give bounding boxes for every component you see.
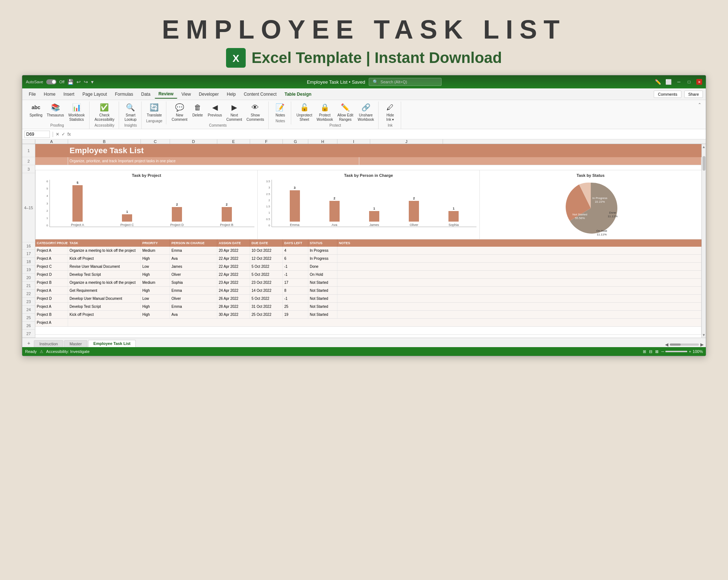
autosave-toggle[interactable] [46,79,56,84]
menu-file[interactable]: File [25,90,39,98]
check-accessibility-button[interactable]: ✅ CheckAccessibility [93,102,116,123]
scroll-up-button[interactable]: ▲ [702,145,706,149]
formula-input[interactable] [73,132,704,137]
zoom-slider[interactable] [665,351,687,352]
subtitle-text: Excel Template | Instant Download [252,49,502,67]
pen-icon[interactable]: ✏️ [655,79,661,85]
hide-ink-button[interactable]: 🖊 HideInk ▾ [383,102,397,123]
excel-window: AutoSave Off 💾 ↩ ↪ ▾ Employee Task List … [22,75,706,356]
cancel-formula-icon[interactable]: ✕ [56,132,59,137]
confirm-formula-icon[interactable]: ✓ [62,132,65,137]
menu-developer[interactable]: Developer [195,90,222,98]
page-layout-view-icon[interactable]: ⊟ [649,349,652,354]
page-break-view-icon[interactable]: ⊠ [655,349,658,354]
translate-button[interactable]: 🔄 Translate [145,102,163,118]
horizontal-scrollbar[interactable] [670,343,699,346]
bar-project-a: 5 Project A [71,181,84,227]
share-button[interactable]: Share [684,91,703,98]
zoom-out-button[interactable]: ─ [661,349,664,354]
insert-function-icon[interactable]: fx [67,132,71,137]
smart-lookup-button[interactable]: 🔍 SmartLookup [123,102,138,123]
undo-icon[interactable]: ↩ [76,79,81,85]
menu-table-design[interactable]: Table Design [281,90,315,98]
scroll-tabs-left[interactable]: ◀ [665,342,668,347]
status-right: ⊞ ⊟ ⊠ ─ + 100% [643,349,703,354]
previous-comment-button[interactable]: ◀ Previous [206,102,223,118]
menu-help[interactable]: Help [223,90,240,98]
workbook-stats-button[interactable]: 📊 WorkbookStatistics [67,102,86,123]
menu-content-connect[interactable]: Content Connect [240,90,280,98]
tab-employee-task-list[interactable]: Employee Task List [88,340,136,347]
redo-icon[interactable]: ↪ [84,79,88,85]
bar-project-b: 2 Project B [220,203,234,227]
menu-review[interactable]: Review [155,90,177,99]
menu-insert[interactable]: Insert [60,90,78,98]
zoom-in-button[interactable]: + [689,349,691,354]
maximize-button[interactable]: □ [686,79,692,85]
vertical-scrollbar[interactable]: ▲ ▼ [701,144,706,338]
proofing-label: Proofing [28,123,86,127]
delete-comment-label: Delete [192,113,203,118]
col-header-g: G [283,139,308,144]
hscroll-thumb[interactable] [670,343,681,346]
close-button[interactable]: ✕ [696,79,702,85]
tab-instruction[interactable]: Instruction [34,340,63,347]
tab-master[interactable]: Master [64,340,87,347]
notes-button[interactable]: 📝 Notes [273,102,288,118]
chart-by-project: Task by Project 0 1 2 3 4 5 6 [36,170,258,239]
delete-comment-button[interactable]: 🗑 Delete [190,102,205,118]
chart-person-bars: 3 Emma 2 Ava 1 [272,180,476,227]
new-comment-button[interactable]: 💬 NewComment [170,102,189,123]
allow-edit-icon: ✏️ [341,102,350,112]
protect-workbook-button[interactable]: 🔒 ProtectWorkbook [315,102,335,123]
title-cell-b[interactable]: Employee Task List [68,144,359,157]
bar-person-sophia: 1 Sophia [448,207,459,227]
dropdown-icon[interactable]: ▾ [91,79,94,85]
row-num-19: 19 [22,266,35,274]
file-name: Employee Task List • Saved [307,79,365,85]
unshare-workbook-button[interactable]: 🔗 UnshareWorkbook [356,102,376,123]
scroll-tabs-right[interactable]: ▶ [700,342,704,347]
add-sheet-button[interactable]: + [24,339,33,347]
ribbon-group-protect: 🔓 UnprotectSheet 🔒 ProtectWorkbook ✏️ Al… [292,102,379,129]
unprotect-sheet-button[interactable]: 🔓 UnprotectSheet [295,102,313,123]
zoom-level: 100% [693,349,703,354]
ribbon-collapse-button[interactable]: ⌃ [696,102,703,108]
menu-page-layout[interactable]: Page Layout [79,90,110,98]
search-box[interactable]: 🔍 Search (Alt+Q) [369,78,442,86]
menu-formulas[interactable]: Formulas [111,90,137,98]
th-days: DAYS LEFT [283,239,308,247]
translate-icon: 🔄 [150,102,159,112]
svg-text:55.56%: 55.56% [575,216,585,220]
scroll-down-button[interactable]: ▼ [702,333,706,337]
spelling-button[interactable]: abc Spelling [28,102,44,118]
menu-home[interactable]: Home [40,90,59,98]
thesaurus-button[interactable]: 📚 Thesaurus [46,102,66,118]
svg-text:22.22%: 22.22% [595,200,605,203]
show-comments-button[interactable]: 👁 ShowComments [245,102,265,123]
menu-data[interactable]: Data [138,90,154,98]
next-comment-button[interactable]: ▶ NextComment [225,102,244,123]
th-assign: ASSIGN DATE [217,239,250,247]
thesaurus-label: Thesaurus [47,113,64,118]
chart-project-wrapper: 0 1 2 3 4 5 6 5 Project A [39,180,254,227]
normal-view-icon[interactable]: ⊞ [643,349,646,354]
row-num-21: 21 [22,282,35,290]
th-notes: NOTES [337,239,701,247]
cell-reference-input[interactable]: D69 [24,131,50,138]
smart-lookup-icon: 🔍 [126,102,135,112]
scroll-thumb[interactable] [703,156,705,171]
th-category: CATEGORY/ PROJECT [35,239,68,247]
menu-view[interactable]: View [178,90,195,98]
restore-icon[interactable]: ⬜ [665,79,672,85]
formula-icons: ✕ ✓ fx [56,132,71,137]
search-icon: 🔍 [373,79,378,84]
col-header-j: J [370,139,443,144]
save-icon[interactable]: 💾 [67,79,74,85]
accessibility-warning-icon: ⚠ [40,349,43,354]
allow-edit-ranges-button[interactable]: ✏️ Allow EditRanges [336,102,355,123]
minimize-button[interactable]: ─ [676,79,682,85]
table-row: Project A Get Requirement High Emma 24 A… [35,287,701,295]
comments-button[interactable]: Comments [654,91,681,98]
ribbon-group-proofing: abc Spelling 📚 Thesaurus 📊 WorkbookStati… [25,102,90,129]
